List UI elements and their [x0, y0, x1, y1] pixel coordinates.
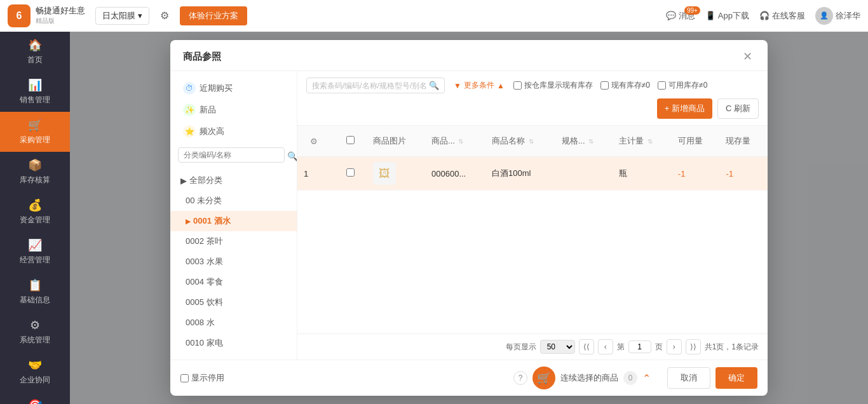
cat-item-appliance[interactable]: 0010 家电 — [170, 333, 297, 353]
main-layout: 🏠 首页 📊 销售管理 🛒 采购管理 📦 库存核算 💰 资金管理 📈 经营管理 … — [0, 32, 868, 404]
cart-icon[interactable]: 🛒 — [532, 367, 555, 389]
search-icon[interactable]: 🔍 — [429, 81, 439, 90]
system-icon: ⚙ — [30, 318, 40, 332]
col-spec[interactable]: 规格... ⇅ — [555, 126, 613, 157]
prev-page-button[interactable]: ‹ — [598, 339, 613, 354]
username: 徐泽华 — [836, 10, 860, 22]
row-checkbox-cell — [340, 157, 367, 191]
cat-item-beverage[interactable]: 0005 饮料 — [170, 292, 297, 313]
col-unit[interactable]: 主计量 ⇅ — [613, 126, 672, 157]
stock-ne-label: 现有库存≠0 — [611, 80, 650, 91]
sort-icon-name: ⇅ — [529, 138, 534, 145]
cat-item-tea[interactable]: 0002 茶叶 — [170, 231, 297, 252]
cat-item-fruit[interactable]: 0003 水果 — [170, 252, 297, 272]
col-stock: 现存量 — [719, 126, 768, 157]
sidebar-label-management: 经营管理 — [20, 255, 50, 266]
logo-icon: 6 — [8, 4, 31, 27]
close-button[interactable]: ✕ — [740, 49, 755, 64]
confirm-button[interactable]: 确定 — [715, 367, 757, 389]
col-code[interactable]: 商品... ⇅ — [425, 126, 485, 157]
online-service-nav-item[interactable]: 🎧 在线客服 — [759, 10, 805, 22]
store-selector[interactable]: 日太阳膜 ▾ — [95, 7, 149, 25]
product-search-input[interactable] — [312, 81, 426, 90]
sidebar-item-guide[interactable]: 🎯 新手引导 — [0, 392, 70, 404]
help-icon[interactable]: ? — [513, 371, 527, 385]
nav-item-new[interactable]: ✨ 新品 — [178, 99, 289, 121]
col-name[interactable]: 商品名称 ⇅ — [485, 126, 555, 157]
cat-item-snack[interactable]: 0004 零食 — [170, 272, 297, 292]
table-row[interactable]: 1 🖼 — [297, 157, 768, 191]
category-search-icon[interactable]: 🔍 — [287, 151, 297, 161]
sort-icon-code: ⇅ — [458, 138, 463, 145]
per-page-select[interactable]: 50 10 20 100 — [540, 340, 575, 354]
show-disabled-checkbox[interactable]: 显示停用 — [180, 372, 224, 384]
sidebar-item-basic[interactable]: 📋 基础信息 — [0, 272, 70, 312]
cat-label-water: 0008 水 — [186, 317, 215, 328]
user-nav-item[interactable]: 👤 徐泽华 — [815, 7, 860, 25]
add-product-button[interactable]: + 新增商品 — [657, 98, 712, 119]
column-settings-icon[interactable]: ⚙ — [304, 131, 324, 151]
cat-item-uncategorized[interactable]: 00 未分类 — [170, 191, 297, 211]
sidebar-item-purchase[interactable]: 🛒 采购管理 — [0, 112, 70, 152]
per-page-label: 每页显示 — [506, 342, 536, 353]
sidebar-item-home[interactable]: 🏠 首页 — [0, 32, 70, 72]
row-stock-cell: -1 — [719, 157, 768, 191]
cat-item-all[interactable]: ▶ 全部分类 — [170, 170, 297, 191]
page-number-input[interactable] — [628, 340, 651, 353]
first-page-button[interactable]: ⟨⟨ — [579, 339, 594, 354]
refresh-button[interactable]: C 刷新 — [717, 98, 759, 119]
row-code-cell: 000600... — [425, 157, 485, 191]
category-search-input[interactable] — [178, 147, 285, 163]
avatar: 👤 — [815, 7, 833, 25]
message-badge: 99+ — [684, 6, 700, 15]
cat-label-liquor: 0001 酒水 — [193, 215, 231, 227]
page-label: 第 — [617, 342, 625, 353]
recent-icon: ⏱ — [183, 82, 196, 95]
nav-item-recent[interactable]: ⏱ 近期购买 — [178, 77, 289, 99]
sidebar-item-finance[interactable]: 💰 资金管理 — [0, 192, 70, 232]
next-page-button[interactable]: › — [667, 339, 682, 354]
select-all-checkbox[interactable] — [346, 136, 355, 144]
experience-button[interactable]: 体验行业方案 — [180, 6, 247, 25]
modal-title: 商品参照 — [183, 51, 221, 63]
nav-right: 💬 消息 99+ 📱 App下载 🎧 在线客服 👤 徐泽华 — [666, 7, 860, 25]
cat-item-liquor[interactable]: ▶ 0001 酒水 — [170, 211, 297, 231]
nav-item-freq[interactable]: ⭐ 频次高 — [178, 121, 289, 142]
category-search-row — [178, 145, 285, 165]
sidebar-item-collab[interactable]: 🤝 企业协同 — [0, 352, 70, 392]
available-ne-checkbox[interactable]: 可用库存≠0 — [658, 80, 707, 91]
sort-icon-unit: ⇅ — [648, 138, 653, 145]
nav-label-new: 新品 — [200, 104, 216, 116]
filter-label: 更多条件 — [464, 80, 494, 91]
product-table: ⚙ 商品图片 — [297, 126, 768, 191]
filter-icon: ▼ — [454, 81, 461, 90]
store-name: 日太阳膜 — [102, 10, 135, 22]
cancel-button[interactable]: 取消 — [667, 367, 710, 389]
category-list: ▶ 全部分类 00 未分类 ▶ 0001 酒水 0002 茶 — [170, 170, 297, 353]
new-icon: ✨ — [183, 104, 196, 116]
row-num: 1 — [297, 157, 340, 191]
stock-ne-checkbox[interactable]: 现有库存≠0 — [600, 80, 650, 91]
cat-item-water[interactable]: 0008 水 — [170, 313, 297, 333]
row-checkbox[interactable] — [346, 168, 355, 177]
warehouse-display-checkbox[interactable]: 按仓库显示现有库存 — [513, 80, 593, 91]
product-reference-modal: 商品参照 ✕ ⏱ 近期购买 ✨ 新 — [170, 40, 768, 396]
settings-icon[interactable]: ⚙ — [154, 6, 175, 26]
app-download-nav-item[interactable]: 📱 App下载 — [705, 10, 749, 22]
last-page-button[interactable]: ⟩⟩ — [686, 339, 701, 354]
cat-label-fruit: 0003 水果 — [186, 256, 223, 267]
more-filter-button[interactable]: ▼ 更多条件 ▲ — [450, 77, 508, 93]
collapse-footer-icon[interactable]: ⌃ — [642, 372, 651, 384]
sidebar-label-home: 首页 — [27, 55, 43, 65]
continuous-select-label: 连续选择的商品 — [560, 372, 618, 384]
row-name-cell: 白酒100ml — [485, 157, 555, 191]
col-image: 商品图片 — [367, 126, 425, 157]
app-download-label: App下载 — [718, 10, 749, 22]
sidebar-item-management[interactable]: 📈 经营管理 — [0, 232, 70, 272]
sidebar-item-inventory[interactable]: 📦 库存核算 — [0, 152, 70, 192]
toolbar-right: + 新增商品 C 刷新 — [657, 98, 759, 119]
sidebar-item-sales[interactable]: 📊 销售管理 — [0, 72, 70, 112]
sidebar-item-system[interactable]: ⚙ 系统管理 — [0, 312, 70, 352]
message-nav-item[interactable]: 💬 消息 99+ — [666, 10, 695, 22]
cat-label-all: 全部分类 — [189, 175, 222, 186]
